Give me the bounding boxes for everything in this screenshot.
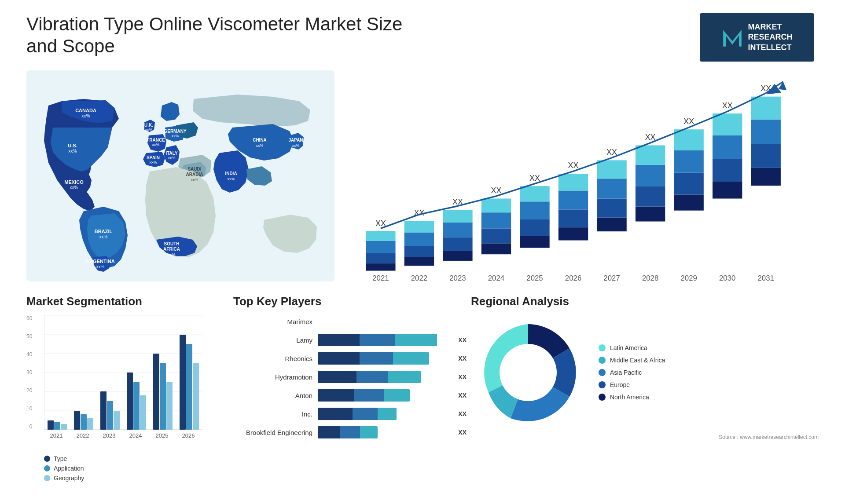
svg-text:2023: 2023 [103, 432, 116, 439]
player-bar-brookfield: XX [318, 426, 453, 438]
svg-text:GERMANY: GERMANY [164, 129, 186, 134]
svg-rect-32 [404, 221, 434, 232]
svg-rect-44 [520, 236, 549, 248]
pct-mexico: xx% [70, 185, 78, 190]
svg-text:INDIA: INDIA [225, 171, 237, 176]
svg-rect-117 [186, 344, 192, 430]
y-label-10: 10 [26, 405, 32, 412]
svg-rect-106 [87, 418, 93, 430]
svg-text:xx%: xx% [191, 178, 198, 182]
world-map-svg: CANADA xx% U.S. xx% MEXICO xx% BRAZIL xx… [26, 70, 334, 281]
player-bar-anton: XX [318, 389, 453, 402]
source-text: Source : www.marketresearchintellect.com [471, 434, 819, 440]
player-bar-inc: XX [318, 408, 453, 420]
svg-text:2022: 2022 [77, 432, 89, 439]
svg-text:xx%: xx% [168, 156, 175, 160]
svg-text:XX: XX [606, 148, 617, 157]
label-brazil: BRAZIL [95, 229, 113, 234]
svg-rect-101 [48, 420, 54, 430]
svg-text:XX: XX [491, 186, 502, 195]
pct-argentina: xx% [96, 264, 105, 269]
svg-rect-24 [366, 263, 395, 271]
bottom-section: Market Segmentation 60 50 40 30 20 10 0 [26, 295, 819, 479]
svg-rect-41 [481, 212, 511, 228]
bar-chart-container: XX XX XX [352, 70, 819, 281]
page-title: Vibration Type Online Viscometer Market … [26, 13, 422, 58]
svg-text:SOUTH: SOUTH [164, 241, 180, 246]
svg-text:2025: 2025 [156, 432, 169, 439]
player-val-inc: XX [458, 410, 467, 417]
player-name-inc: Inc. [233, 410, 312, 418]
svg-rect-34 [443, 251, 472, 261]
y-label-0: 0 [29, 424, 33, 430]
svg-rect-105 [81, 414, 87, 430]
svg-text:JAPAN: JAPAN [288, 138, 303, 142]
dot-europe [599, 381, 606, 388]
legend-dot-type [44, 456, 50, 462]
svg-text:XX: XX [529, 174, 540, 183]
svg-rect-114 [160, 363, 166, 430]
svg-rect-102 [54, 422, 60, 430]
legend-geography: Geography [44, 475, 216, 482]
svg-text:2029: 2029 [680, 274, 697, 282]
svg-text:SAUDI: SAUDI [187, 167, 201, 172]
player-bar-hydramotion: XX [318, 371, 453, 383]
player-row-lamy: Lamy XX [233, 334, 453, 346]
svg-text:xx%: xx% [171, 134, 179, 138]
svg-text:FRANCE: FRANCE [147, 138, 165, 142]
page-container: Vibration Type Online Viscometer Market … [0, 0, 845, 504]
dot-middle-east [599, 357, 606, 364]
svg-rect-42 [481, 199, 511, 213]
svg-text:2022: 2022 [411, 274, 427, 282]
player-val-hydramotion: XX [458, 373, 467, 380]
player-row-hydramotion: Hydramotion XX [233, 371, 453, 383]
pct-us: xx% [69, 149, 77, 153]
svg-rect-111 [133, 382, 140, 430]
segmentation-title: Market Segmentation [26, 295, 216, 308]
svg-marker-92 [778, 82, 786, 90]
svg-rect-39 [481, 243, 511, 254]
svg-rect-36 [443, 223, 472, 237]
svg-text:2030: 2030 [719, 274, 735, 282]
player-row-brookfield: Brookfield Engineering XX [233, 426, 453, 438]
svg-rect-108 [107, 401, 113, 430]
svg-text:2024: 2024 [129, 432, 142, 439]
svg-rect-107 [100, 391, 107, 430]
logo-text: MARKET RESEARCH INTELLECT [748, 22, 792, 53]
svg-text:2021: 2021 [372, 274, 389, 282]
y-label-60: 60 [26, 315, 32, 321]
svg-rect-50 [558, 209, 588, 227]
svg-rect-74 [751, 168, 781, 186]
dot-asia-pacific [599, 369, 606, 376]
svg-text:2021: 2021 [50, 432, 63, 439]
svg-rect-51 [558, 190, 588, 209]
svg-rect-31 [404, 232, 434, 246]
legend-europe: Europe [599, 381, 665, 388]
svg-rect-116 [180, 335, 186, 430]
segmentation-container: Market Segmentation 60 50 40 30 20 10 0 [26, 295, 216, 479]
svg-text:xx%: xx% [145, 128, 152, 132]
svg-rect-62 [636, 145, 665, 164]
svg-rect-59 [636, 207, 665, 222]
legend-latin-america: Latin America [599, 344, 665, 351]
svg-rect-37 [443, 210, 472, 223]
legend-middle-east: Middle East & Africa [599, 357, 665, 364]
svg-rect-30 [404, 246, 434, 257]
svg-rect-110 [127, 373, 133, 430]
legend-dot-geo [44, 475, 50, 481]
svg-rect-118 [193, 363, 199, 430]
logo-m-icon [721, 26, 743, 48]
player-name-hydramotion: Hydramotion [233, 373, 312, 381]
player-val-rheonics: XX [458, 355, 467, 362]
svg-text:xx%: xx% [256, 143, 263, 148]
svg-rect-40 [481, 228, 511, 243]
y-label-40: 40 [26, 351, 32, 358]
player-name-anton: Anton [233, 392, 312, 399]
map-container: CANADA xx% U.S. xx% MEXICO xx% BRAZIL xx… [26, 70, 334, 281]
svg-rect-45 [520, 219, 549, 236]
player-bar-lamy: XX [318, 334, 453, 346]
svg-rect-25 [366, 253, 395, 263]
player-val-anton: XX [458, 392, 467, 399]
svg-text:ITALY: ITALY [165, 151, 178, 156]
svg-rect-64 [674, 194, 703, 210]
